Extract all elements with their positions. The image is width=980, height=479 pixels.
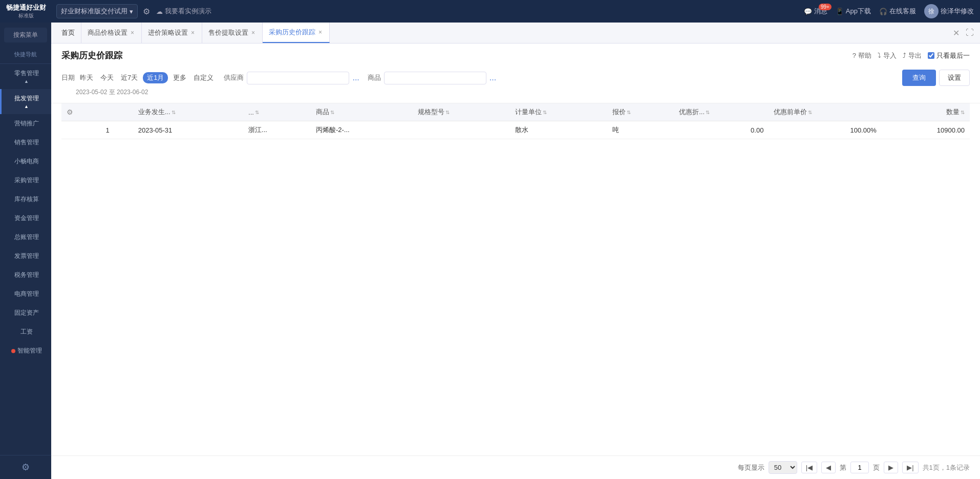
col-product-sort[interactable]: 商品 ⇅	[316, 107, 334, 117]
first-page-button[interactable]: |◀	[801, 462, 817, 473]
sidebar-item-retail[interactable]: 零售管理 ▲	[0, 64, 51, 89]
help-button[interactable]: ? 帮助	[853, 51, 871, 60]
message-button[interactable]: 💬 消息 99+	[804, 7, 827, 16]
col-unit[interactable]: 计量单位 ⇅	[510, 103, 607, 121]
general-ledger-label: 总账管理	[14, 233, 39, 242]
tab-close-all-button[interactable]: ✕	[951, 26, 962, 40]
col-discount-sort[interactable]: 优惠折... ⇅	[679, 107, 710, 117]
date-custom-btn[interactable]: 自定义	[191, 72, 216, 83]
tab-expand-button[interactable]: ⛶	[964, 26, 976, 39]
tab-purchase-history-close[interactable]: ×	[317, 29, 323, 35]
date-today-btn[interactable]: 今天	[98, 72, 116, 83]
sidebar-settings-button[interactable]: ⚙	[22, 462, 30, 473]
supplier-input[interactable]	[247, 72, 349, 84]
page-suffix: 页	[873, 463, 880, 472]
sidebar-item-sales[interactable]: 销售管理	[0, 133, 51, 152]
sidebar-item-inventory[interactable]: 库存核算	[0, 190, 51, 209]
supplier-filter-group: 供应商 ...	[224, 72, 359, 84]
supplier-dots[interactable]: ...	[352, 73, 359, 82]
tab-sale-price[interactable]: 售价提取设置 ×	[202, 23, 263, 43]
date-more-btn[interactable]: 更多	[171, 72, 188, 83]
filter-actions: 查询 设置	[902, 70, 970, 86]
online-service-button[interactable]: 🎧 在线客服	[879, 7, 916, 16]
prev-page-button[interactable]: ◀	[821, 462, 836, 473]
sidebar-item-purchase[interactable]: 采购管理	[0, 171, 51, 190]
col-spec-sort[interactable]: 规格型号 ⇅	[418, 107, 450, 117]
demo-button[interactable]: ☁ 我要看实例演示	[156, 7, 211, 16]
col-spec[interactable]: 规格型号 ⇅	[413, 103, 510, 121]
col-product[interactable]: 商品 ⇅	[311, 103, 413, 121]
data-table: ⚙ 业务发生... ⇅ ... ⇅	[61, 103, 970, 139]
product-filter-group: 商品 ...	[368, 72, 496, 84]
sidebar: 搜索菜单 快捷导航 零售管理 ▲ 批发管理 ▲ 营销推广 销售管理 小畅电商 采…	[0, 23, 51, 479]
cell-supplier: 浙江...	[243, 121, 311, 139]
app-download-button[interactable]: 📱 App下载	[836, 7, 871, 16]
col-price[interactable]: 报价 ⇅	[607, 103, 674, 121]
sidebar-settings-section: ⚙	[0, 455, 51, 479]
export-button[interactable]: ⤴ 导出	[903, 51, 922, 60]
product-input[interactable]	[384, 72, 486, 84]
tab-sale-price-close[interactable]: ×	[250, 30, 256, 36]
sort-pre-discount-icon: ⇅	[808, 110, 812, 115]
sidebar-item-invoice[interactable]: 发票管理	[0, 247, 51, 266]
sort-discount-icon: ⇅	[706, 110, 710, 115]
help-label: 帮助	[858, 51, 871, 60]
settings-button[interactable]: 设置	[939, 70, 970, 86]
query-button[interactable]: 查询	[902, 70, 936, 86]
next-page-button[interactable]: ▶	[884, 462, 898, 473]
page-header: 采购历史价跟踪 ? 帮助 ⤵ 导入 ⤴ 导出	[51, 43, 980, 66]
tab-home[interactable]: 首页	[55, 23, 81, 43]
tab-product-price-close[interactable]: ×	[130, 30, 135, 36]
col-price-sort[interactable]: 报价 ⇅	[612, 107, 631, 117]
gear-icon[interactable]: ⚙	[67, 108, 73, 116]
last-page-button[interactable]: ▶|	[902, 462, 918, 473]
col-discount[interactable]: 优惠折... ⇅	[674, 103, 769, 121]
tab-home-label: 首页	[61, 28, 75, 37]
product-dots[interactable]: ...	[489, 73, 496, 82]
col-unit-sort[interactable]: 计量单位 ⇅	[515, 107, 547, 117]
col-date-sort[interactable]: 业务发生... ⇅	[138, 107, 176, 117]
col-pre-discount-price[interactable]: 优惠前单价 ⇅	[769, 103, 881, 121]
page-title: 采购历史价跟踪	[61, 50, 122, 61]
sidebar-item-wholesale[interactable]: 批发管理 ▲	[0, 89, 51, 114]
col-quantity-sort[interactable]: 数量 ⇅	[946, 107, 965, 117]
sidebar-item-tax[interactable]: 税务管理	[0, 266, 51, 285]
col-pre-discount-sort[interactable]: 优惠前单价 ⇅	[774, 107, 812, 117]
sidebar-item-smart[interactable]: 智能管理	[0, 341, 51, 360]
sidebar-item-mini-ecommerce[interactable]: 小畅电商	[0, 152, 51, 171]
table-header-row: ⚙ 业务发生... ⇅ ... ⇅	[61, 103, 970, 121]
top-settings-button[interactable]: ⚙	[141, 5, 152, 18]
tab-bar-end: ✕ ⛶	[951, 26, 976, 40]
sidebar-item-ecommerce[interactable]: 电商管理	[0, 285, 51, 303]
cell-price-unit: 吨	[607, 121, 674, 139]
per-page-select[interactable]: 50 10 20 100	[769, 461, 797, 474]
sidebar-item-fixed-assets[interactable]: 固定资产	[0, 303, 51, 322]
version-select[interactable]: 好业财标准版交付试用 ▾	[56, 4, 138, 18]
col-quantity[interactable]: 数量 ⇅	[882, 103, 970, 121]
col-dots[interactable]: ... ⇅	[243, 103, 311, 121]
tab-product-price[interactable]: 商品价格设置 ×	[81, 23, 142, 43]
col-date[interactable]: 业务发生... ⇅	[133, 103, 243, 121]
date-1month-btn[interactable]: 近1月	[143, 72, 168, 83]
user-menu-button[interactable]: 徐 徐泽华修改	[924, 4, 974, 18]
tab-purchase-history[interactable]: 采购历史价跟踪 ×	[263, 23, 330, 43]
date-7days-btn[interactable]: 近7天	[119, 72, 140, 83]
sidebar-item-finance[interactable]: 资金管理	[0, 209, 51, 228]
only-last-checkbox[interactable]	[928, 52, 934, 59]
sidebar-item-payroll[interactable]: 工资	[0, 322, 51, 341]
date-yesterday-btn[interactable]: 昨天	[78, 72, 95, 83]
search-menu-button[interactable]: 搜索菜单	[4, 28, 47, 42]
import-button[interactable]: ⤵ 导入	[878, 51, 897, 60]
tab-purchase-strategy-close[interactable]: ×	[190, 30, 196, 36]
page-number-input[interactable]	[850, 462, 869, 473]
cell-gear	[61, 121, 101, 139]
purchase-label: 采购管理	[14, 176, 39, 185]
col-dots-sort[interactable]: ... ⇅	[248, 108, 259, 116]
sidebar-item-general-ledger[interactable]: 总账管理	[0, 228, 51, 247]
app-logo: 畅捷通好业财 标准版	[6, 3, 46, 19]
sidebar-item-marketing[interactable]: 营销推广	[0, 114, 51, 133]
message-icon: 💬	[804, 8, 812, 15]
invoice-label: 发票管理	[14, 252, 39, 260]
tab-purchase-strategy[interactable]: 进价策略设置 ×	[142, 23, 202, 43]
app-subtitle: 标准版	[18, 12, 34, 19]
